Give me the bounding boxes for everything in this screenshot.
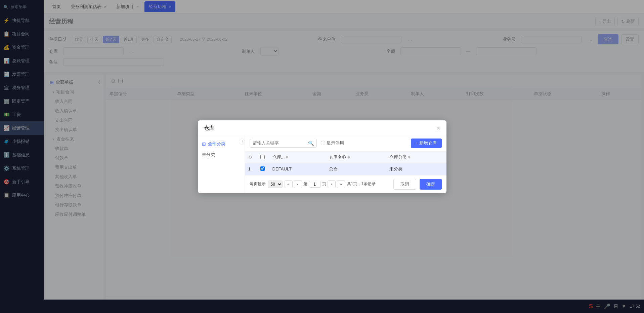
th-name-label: 仓库名称 — [329, 154, 346, 160]
dialog-page-input[interactable] — [309, 181, 321, 188]
dialog-overlay: 仓库 × ⊞ 全部分类 《 未分类 — [0, 0, 644, 313]
dialog-pagination: 每页显示 50 « ‹ 第 页 › » — [250, 180, 376, 188]
dialog-first-btn[interactable]: « — [285, 180, 293, 188]
row-name: 总仓 — [326, 163, 386, 175]
th-category-sort[interactable]: 仓库分类 — [389, 154, 443, 160]
dialog-title: 仓库 — [204, 125, 214, 131]
dialog-left-collapse-btn[interactable]: 《 — [239, 139, 245, 145]
search-icon: 🔍 — [308, 141, 314, 146]
dialog-select-all[interactable] — [260, 155, 265, 159]
th-code: 仓库... — [269, 152, 326, 163]
dialog-pag-btns: « ‹ 第 页 › » — [285, 180, 345, 188]
dialog-table-wrap: ⚙ 仓库... — [245, 152, 446, 175]
dialog-table: ⚙ 仓库... — [245, 152, 446, 175]
dialog-right: 🔍 显示停用 + 新增仓库 — [245, 135, 446, 193]
all-category-label: 全部分类 — [208, 141, 225, 147]
dialog-cancel-button[interactable]: 取消 — [393, 179, 416, 190]
th-code-label: 仓库... — [272, 154, 285, 160]
dialog-last-btn[interactable]: » — [337, 180, 345, 188]
unclassified-label: 未分类 — [202, 152, 215, 158]
sort-icon-name — [347, 156, 350, 159]
dialog-next-btn[interactable]: › — [328, 180, 336, 188]
dialog-page-size-select[interactable]: 50 — [268, 181, 283, 188]
th-settings: ⚙ — [245, 152, 257, 163]
table-row[interactable]: 1 DEFAULT 总仓 未分类 — [245, 163, 446, 175]
dialog-total: 共1页，1条记录 — [347, 181, 376, 187]
dialog-body: ⊞ 全部分类 《 未分类 🔍 — [198, 135, 446, 193]
dialog-search-box: 🔍 — [250, 139, 317, 148]
th-category-label: 仓库分类 — [389, 154, 407, 160]
show-disabled-text: 显示停用 — [327, 140, 344, 146]
sort-up-category — [408, 156, 411, 157]
dialog-actions: 取消 确定 — [393, 179, 442, 190]
dialog-header: 仓库 × — [198, 120, 446, 135]
sort-up — [286, 156, 288, 157]
th-name-sort[interactable]: 仓库名称 — [329, 154, 383, 160]
th-name: 仓库名称 — [326, 152, 386, 163]
dialog-toolbar: 🔍 显示停用 + 新增仓库 — [245, 135, 446, 152]
sort-up-name — [347, 156, 350, 157]
th-checkbox — [257, 152, 269, 163]
row-checkbox[interactable] — [260, 166, 265, 171]
dialog-left-nav: ⊞ 全部分类 《 未分类 — [198, 135, 245, 193]
row-index: 1 — [245, 163, 257, 175]
dialog-search-input[interactable] — [253, 141, 306, 146]
dialog-prev-btn[interactable]: ‹ — [294, 180, 302, 188]
col-settings-icon[interactable]: ⚙ — [248, 155, 252, 160]
show-disabled-checkbox[interactable] — [321, 141, 325, 145]
dialog-page-suffix: 页 — [322, 181, 326, 187]
grid-small-icon: ⊞ — [202, 141, 206, 147]
dialog-unclassified[interactable]: 未分类 — [198, 149, 245, 160]
add-warehouse-button[interactable]: + 新增仓库 — [411, 139, 441, 148]
sort-down-name — [347, 157, 350, 159]
sort-down — [286, 157, 288, 159]
dialog-all-category[interactable]: ⊞ 全部分类 — [198, 139, 245, 149]
warehouse-dialog: 仓库 × ⊞ 全部分类 《 未分类 — [198, 120, 446, 193]
dialog-footer: 每页显示 50 « ‹ 第 页 › » — [245, 175, 446, 193]
dialog-close-button[interactable]: × — [437, 125, 440, 131]
th-code-sort[interactable]: 仓库... — [272, 154, 322, 160]
dialog-page-size-label: 每页显示 — [250, 181, 266, 187]
th-category: 仓库分类 — [386, 152, 446, 163]
row-category: 未分类 — [386, 163, 446, 175]
row-checkbox-cell — [257, 163, 269, 175]
show-disabled-label[interactable]: 显示停用 — [321, 140, 344, 146]
sort-icon — [286, 156, 288, 159]
row-code: DEFAULT — [269, 163, 326, 175]
dialog-page-label: 第 — [303, 181, 307, 187]
dialog-confirm-button[interactable]: 确定 — [420, 179, 442, 190]
sort-icon-category — [408, 156, 411, 159]
sort-down-category — [408, 157, 411, 159]
